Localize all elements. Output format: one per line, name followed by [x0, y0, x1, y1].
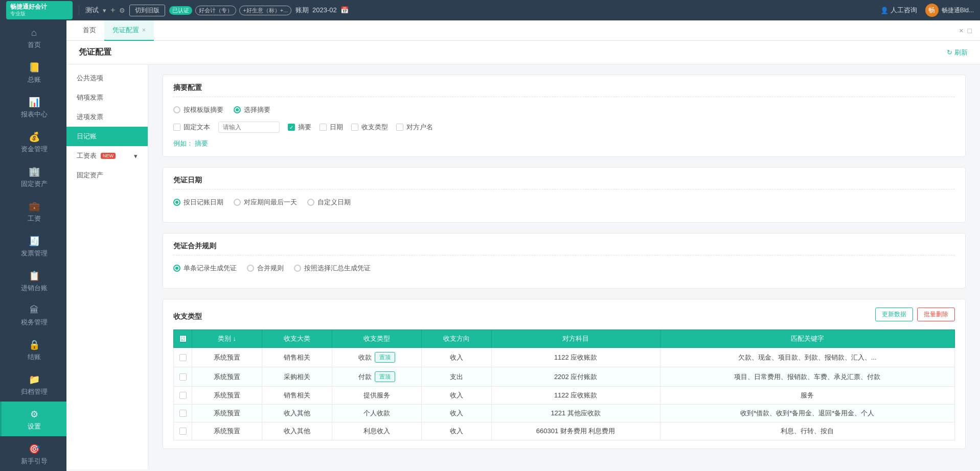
left-nav-item-daily-account[interactable]: 日记账: [66, 127, 148, 146]
tab-expand-icon[interactable]: □: [968, 27, 972, 35]
left-nav-label: 公共选项: [77, 74, 103, 83]
left-nav-item-sales-invoice[interactable]: 销项发票: [66, 88, 148, 107]
row-category: 系统预置: [192, 367, 262, 387]
row-major-type: 销售相关: [262, 348, 332, 367]
row-subject: 1221 其他应收款: [491, 405, 660, 422]
left-nav-item-purchase-invoice[interactable]: 进项发票: [66, 107, 148, 127]
row-checkbox-cell: [174, 348, 192, 367]
summary-config-title: 摘要配置: [163, 75, 965, 97]
row-checkbox-cell: [174, 367, 192, 387]
row-checkbox-cell: [174, 405, 192, 422]
radio-single-dot: [175, 267, 178, 270]
sidebar-item-capital[interactable]: 💰 资金管理: [0, 124, 66, 159]
table-header-checkbox[interactable]: ☑: [179, 335, 187, 342]
sidebar-item-purchase-sale[interactable]: 📋 进销台账: [0, 263, 66, 298]
table-row: 系统预置采购相关 付款 置顶 支出2202 应付账款项目、日常费用、报销款、车费…: [174, 367, 955, 387]
radio-single-label: 单条记录生成凭证: [184, 264, 237, 273]
radio-template-circle: [173, 106, 180, 113]
tab-close-icon[interactable]: ×: [142, 27, 146, 34]
sidebar-item-salary[interactable]: 💼 工资: [0, 194, 66, 228]
fixed-text-input[interactable]: [218, 122, 280, 133]
topbar-right: 👤 人工咨询 畅 畅捷通Bld...: [880, 4, 974, 17]
row-checkbox-cell: [174, 387, 192, 405]
radio-summary-generate[interactable]: 按照选择汇总生成凭证: [294, 264, 371, 273]
left-nav-label: 固定资产: [77, 171, 103, 180]
type-text: 付款: [358, 372, 372, 382]
row-checkbox-cell: [174, 422, 192, 440]
add-icon[interactable]: +: [110, 6, 115, 15]
sidebar-item-close[interactable]: 🔒 结账: [0, 332, 66, 367]
batch-delete-button[interactable]: 批量删除: [917, 308, 955, 321]
sidebar-item-ledger[interactable]: 📒 总账: [0, 55, 66, 89]
sidebar-item-home[interactable]: ⌂ 首页: [0, 20, 66, 55]
table-row: 系统预置销售相关提供服务收入1122 应收账款服务: [174, 387, 955, 405]
help-button[interactable]: 👤 人工咨询: [880, 6, 917, 15]
switch-version-button[interactable]: 切到旧版: [129, 5, 165, 16]
badge-haoshengyi: +好生意（标）+...: [239, 6, 291, 15]
refresh-button[interactable]: ↻ 刷新: [947, 48, 968, 57]
radio-period-last[interactable]: 对应期间最后一天: [234, 198, 297, 207]
sidebar-item-reports[interactable]: 📊 报表中心: [0, 89, 66, 124]
checkbox-counterpart[interactable]: 对方户名: [396, 123, 433, 132]
sidebar-item-settings[interactable]: ⚙ 设置: [0, 402, 66, 436]
table-header-row: ☑ 类别 ↓ 收支大类 收支类型: [174, 330, 955, 348]
radio-period-last-circle: [234, 199, 241, 206]
sidebar-item-tax[interactable]: 🏛 税务管理: [0, 298, 66, 332]
sidebar-item-label: 税务管理: [21, 318, 48, 327]
row-major-type: 采购相关: [262, 367, 332, 387]
calendar-icon[interactable]: 📅: [340, 6, 349, 14]
tab-voucher-config[interactable]: 凭证配置 ×: [104, 20, 154, 41]
th-category: 类别 ↓: [192, 330, 262, 348]
sidebar-item-archive[interactable]: 📁 归档管理: [0, 367, 66, 402]
radio-select[interactable]: 选择摘要: [234, 105, 270, 114]
checkbox-income-type[interactable]: 收支类型: [351, 123, 388, 132]
radio-merge-rules[interactable]: 合并规则: [247, 264, 284, 273]
left-nav-item-public[interactable]: 公共选项: [66, 68, 148, 88]
row-checkbox[interactable]: [179, 392, 187, 399]
checkbox-date[interactable]: 日期: [320, 123, 343, 132]
company-dropdown-icon[interactable]: ▾: [103, 7, 106, 14]
checkbox-fixed-text[interactable]: 固定文本: [173, 123, 210, 132]
sidebar-item-label: 报表中心: [21, 110, 48, 119]
left-nav-item-fixed-assets[interactable]: 固定资产: [66, 166, 148, 185]
voucher-date-radio-group: 按日记账日期 对应期间最后一天 自定义日期: [173, 198, 955, 207]
sidebar-item-label: 工资: [28, 214, 41, 223]
radio-single-record[interactable]: 单条记录生成凭证: [173, 264, 237, 273]
company-name: 测试: [85, 6, 99, 15]
user-menu[interactable]: 畅 畅捷通Bld...: [925, 4, 974, 17]
gear-icon[interactable]: ⚙: [119, 7, 125, 14]
radio-custom-date[interactable]: 自定义日期: [307, 198, 351, 207]
radio-daily-date[interactable]: 按日记账日期: [173, 198, 223, 207]
row-subject: 1122 应收账款: [491, 387, 660, 405]
sidebar-item-guide[interactable]: 🎯 新手引导: [0, 436, 66, 471]
radio-template[interactable]: 按模板版摘要: [173, 105, 223, 114]
radio-daily-label: 按日记账日期: [184, 198, 223, 207]
settings-icon: ⚙: [30, 409, 38, 420]
type-tag[interactable]: 置顶: [375, 371, 395, 382]
summary-checkbox: ✓: [288, 124, 295, 131]
row-checkbox[interactable]: [179, 373, 187, 381]
row-checkbox[interactable]: [179, 428, 187, 435]
reports-icon: 📊: [29, 97, 40, 108]
tab-close-window-icon[interactable]: ×: [959, 27, 963, 35]
type-tag[interactable]: 置顶: [375, 352, 395, 363]
merge-rules-section: 凭证合并规则 单条记录生成凭证: [163, 233, 966, 289]
update-data-button[interactable]: 更新数据: [875, 308, 913, 321]
help-icon: 👤: [880, 7, 888, 14]
row-checkbox[interactable]: [179, 354, 187, 361]
left-nav-label: 工资表: [77, 151, 97, 160]
sidebar-item-label: 新手引导: [21, 457, 48, 466]
ledger-icon: 📒: [29, 62, 40, 73]
left-nav-label: 进项发票: [77, 112, 103, 122]
checkbox-summary[interactable]: ✓ 摘要: [288, 123, 311, 132]
page-title: 凭证配置: [79, 47, 111, 58]
voucher-date-title: 凭证日期: [163, 168, 965, 189]
sidebar-item-assets[interactable]: 🏢 固定资产: [0, 159, 66, 194]
sidebar-item-invoice-mgmt[interactable]: 🧾 发票管理: [0, 228, 66, 263]
tab-home[interactable]: 首页: [75, 20, 104, 41]
th-checkbox: ☑: [174, 330, 192, 348]
row-direction: 收入: [421, 405, 491, 422]
row-checkbox[interactable]: [179, 410, 187, 417]
merge-rules-radio-group: 单条记录生成凭证 合并规则 按照选择汇总生成凭证: [173, 264, 955, 273]
left-nav-item-payroll[interactable]: 工资表 NEW ▾: [66, 146, 148, 166]
